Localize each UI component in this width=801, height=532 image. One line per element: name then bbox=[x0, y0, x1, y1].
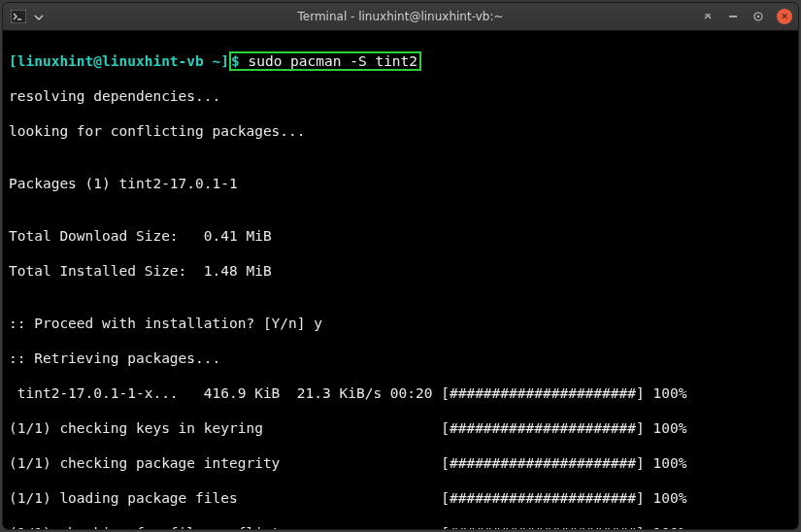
maximize-button[interactable] bbox=[751, 10, 765, 23]
caret-up-icon[interactable] bbox=[701, 10, 715, 23]
output-line: looking for conflicting packages... bbox=[9, 122, 792, 140]
output-line: (1/1) loading package files [###########… bbox=[9, 489, 792, 507]
output-line: tint2-17.0.1-1-x... 416.9 KiB 21.3 KiB/s… bbox=[9, 384, 792, 402]
output-line: (1/1) checking for file conflicts [#####… bbox=[9, 524, 792, 529]
prompt-sigil: $ bbox=[231, 53, 248, 69]
prompt-user-host: [linuxhint@linuxhint-vb bbox=[9, 53, 204, 69]
output-line: (1/1) checking keys in keyring [########… bbox=[9, 419, 792, 437]
prompt-line-1: [linuxhint@linuxhint-vb ~]$ sudo pacman … bbox=[9, 52, 792, 70]
output-line: Packages (1) tint2-17.0.1-1 bbox=[9, 175, 792, 192]
close-button[interactable] bbox=[777, 9, 792, 24]
terminal-window: Terminal - linuxhint@linuxhint-vb:~ [lin… bbox=[3, 3, 798, 529]
window-controls bbox=[701, 9, 792, 24]
terminal-viewport[interactable]: [linuxhint@linuxhint-vb ~]$ sudo pacman … bbox=[3, 30, 798, 529]
svg-rect-0 bbox=[11, 10, 26, 23]
svg-point-5 bbox=[757, 16, 759, 17]
highlighted-command: $ sudo pacman -S tint2 bbox=[229, 51, 421, 71]
prompt-cwd: ~ bbox=[204, 53, 220, 69]
terminal-icon bbox=[11, 10, 26, 23]
prompt-end: ] bbox=[220, 53, 229, 69]
command-text: sudo pacman -S tint2 bbox=[248, 53, 417, 69]
output-line: :: Retrieving packages... bbox=[9, 349, 792, 367]
output-line: (1/1) checking package integrity [######… bbox=[9, 454, 792, 472]
output-line: resolving dependencies... bbox=[9, 87, 792, 105]
chevron-down-icon[interactable] bbox=[34, 10, 44, 23]
output-line: Total Download Size: 0.41 MiB bbox=[9, 227, 792, 245]
output-line: :: Proceed with installation? [Y/n] y bbox=[9, 315, 792, 332]
titlebar: Terminal - linuxhint@linuxhint-vb:~ bbox=[3, 3, 798, 31]
output-line: Total Installed Size: 1.48 MiB bbox=[9, 262, 792, 280]
titlebar-left bbox=[3, 10, 44, 23]
window-title: Terminal - linuxhint@linuxhint-vb:~ bbox=[3, 10, 798, 23]
minimize-button[interactable] bbox=[726, 10, 740, 23]
